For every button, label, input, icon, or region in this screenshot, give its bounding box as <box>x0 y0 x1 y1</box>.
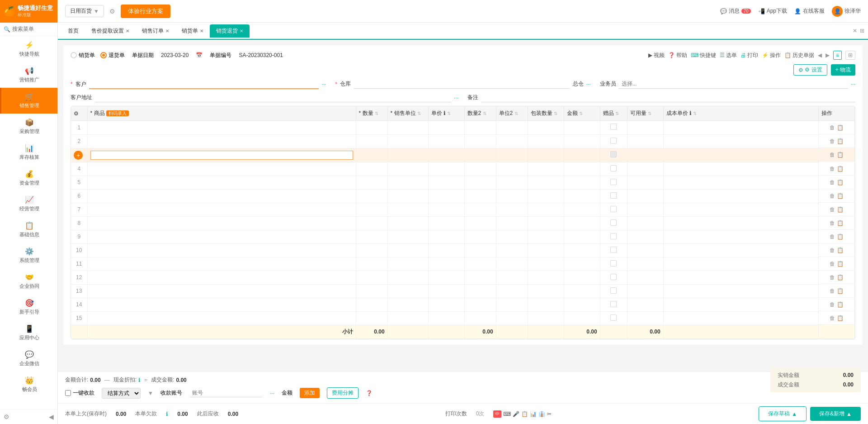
user-profile[interactable]: 👤 徐泽华 <box>832 6 861 17</box>
select-btn[interactable]: ☰ 选单 <box>720 52 737 59</box>
add-payment-btn[interactable]: 添加 <box>300 388 320 398</box>
scan-input-btn[interactable]: 扫码录入 <box>106 110 129 116</box>
amount-cell-active[interactable] <box>564 148 600 162</box>
topbar-gear-icon[interactable]: ⚙ <box>109 8 115 15</box>
delete-row-icon[interactable]: 🗑 <box>830 288 835 294</box>
sidebar-settings-btn[interactable]: ⚙ <box>4 413 9 420</box>
print-btn[interactable]: 🖨 打印 <box>741 52 758 59</box>
prev-record-btn[interactable]: ◀ <box>818 52 822 58</box>
gift-sort-icon[interactable]: ⇅ <box>615 111 619 116</box>
copy-row-icon[interactable]: 📋 <box>837 261 844 267</box>
delete-row-icon[interactable]: 🗑 <box>830 301 835 308</box>
next-record-btn[interactable]: ▶ <box>826 52 830 58</box>
online-service-btn[interactable]: 👤 在线客服 <box>794 7 825 15</box>
warehouse-input[interactable] <box>354 79 570 89</box>
unit-price-cell-active[interactable] <box>428 148 464 162</box>
tab-sales-order[interactable]: 销售订单 ✕ <box>136 24 175 38</box>
radio-sale-bill[interactable]: 销货单 <box>71 52 95 59</box>
delete-row-icon[interactable]: 🗑 <box>830 152 835 158</box>
copy-row-icon[interactable]: 📋 <box>837 301 844 308</box>
goods-cell[interactable] <box>87 134 356 148</box>
unit-price-sort-icon[interactable]: ⇅ <box>447 111 451 116</box>
remark-input[interactable] <box>481 93 855 102</box>
sale-unit-cell[interactable] <box>387 134 428 148</box>
add-row-btn[interactable]: + <box>74 151 83 160</box>
warehouse-select-icon[interactable]: ··· <box>586 81 591 87</box>
tab-home[interactable]: 首页 <box>61 24 85 38</box>
sidebar-search[interactable]: 🔍 搜索菜单 <box>0 23 57 36</box>
sale-unit-cell-active[interactable] <box>387 148 428 162</box>
available-sort-icon[interactable]: ⇅ <box>648 111 651 116</box>
sidebar-item-marketing[interactable]: 📢 营销推广 <box>0 62 57 88</box>
logistics-btn[interactable]: + 物流 <box>831 64 855 76</box>
pkg-qty-cell[interactable] <box>528 121 564 135</box>
settings-btn[interactable]: ⚙ ⚙ 设置 <box>793 64 827 76</box>
copy-row-icon[interactable]: 📋 <box>837 193 844 199</box>
tab-close-icon[interactable]: ✕ <box>200 29 203 33</box>
one-click-pay-checkbox[interactable]: 一键收款 <box>65 389 94 397</box>
save-draft-btn[interactable]: 保存草稿 ▲ <box>759 406 807 421</box>
tabs-maximize-btn[interactable]: ⊞ <box>860 28 864 34</box>
gift-cell[interactable] <box>600 134 627 148</box>
message-btn[interactable]: 💬 消息 70 <box>720 7 751 15</box>
amount-cell[interactable] <box>564 134 600 148</box>
available-cell[interactable] <box>627 134 663 148</box>
gift-checkbox[interactable] <box>610 124 617 130</box>
cost-unit-cell-active[interactable] <box>663 148 818 162</box>
save-new-btn[interactable]: 保存&新增 ▲ <box>810 407 861 421</box>
sidebar-item-enterprise[interactable]: 🤝 企业协同 <box>0 268 57 294</box>
qty2-cell[interactable] <box>464 134 496 148</box>
copy-row-icon[interactable]: 📋 <box>837 220 844 226</box>
copy-row-icon[interactable]: 📋 <box>837 233 844 240</box>
tab-close-icon[interactable]: ✕ <box>165 29 169 33</box>
sidebar-item-basic[interactable]: 📋 基础信息 <box>0 217 57 243</box>
copy-row-icon[interactable]: 📋 <box>837 247 844 253</box>
pkg-qty-cell-active[interactable] <box>528 148 564 162</box>
sidebar-item-wechat[interactable]: 💬 企业微信 <box>0 346 57 372</box>
unit2-cell[interactable] <box>496 134 528 148</box>
tab-close-icon[interactable]: ✕ <box>126 29 129 33</box>
unit-price-cell[interactable] <box>428 121 464 135</box>
goods-cell[interactable] <box>87 121 356 135</box>
delete-row-icon[interactable]: 🗑 <box>830 193 835 199</box>
unit-price-cell[interactable] <box>428 134 464 148</box>
customer-input[interactable] <box>89 79 319 89</box>
delete-row-icon[interactable]: 🗑 <box>830 315 835 321</box>
delete-row-icon[interactable]: 🗑 <box>830 179 835 186</box>
qty-cell[interactable] <box>356 121 387 135</box>
delete-row-icon[interactable]: 🗑 <box>830 124 835 131</box>
calendar-icon[interactable]: 📅 <box>196 52 203 58</box>
salesperson-select-icon[interactable]: ··· <box>851 81 855 87</box>
cost-unit-cell[interactable] <box>663 121 818 135</box>
amount-cell[interactable] <box>564 121 600 135</box>
info-icon[interactable]: ℹ <box>138 377 141 383</box>
unit2-cell[interactable] <box>496 121 528 135</box>
delete-row-icon[interactable]: 🗑 <box>830 261 835 267</box>
gift-checkbox[interactable] <box>610 138 617 144</box>
sidebar-item-system[interactable]: ⚙️ 系统管理 <box>0 243 57 268</box>
qty2-sort-icon[interactable]: ⇅ <box>483 111 486 116</box>
grid-view-btn[interactable]: ≡ <box>833 51 842 60</box>
tab-sales-bill[interactable]: 销货单 ✕ <box>175 24 210 38</box>
settlement-method-select[interactable]: 结算方式 <box>102 388 141 399</box>
available-cell[interactable] <box>627 121 663 135</box>
copy-row-icon[interactable]: 📋 <box>837 166 844 172</box>
tab-sales-return[interactable]: 销货退货 ✕ <box>210 24 250 38</box>
help-btn[interactable]: ❓ 帮助 <box>668 52 687 59</box>
industry-selector[interactable]: 日用百货 ▼ <box>65 5 104 17</box>
operate-btn[interactable]: ⚡ 操作 <box>762 52 781 59</box>
single-owe-icon[interactable]: ℹ <box>166 411 168 417</box>
list-view-btn[interactable]: ⊞ <box>845 51 855 60</box>
shortcut-btn[interactable]: ⌨ 快捷键 <box>691 52 716 59</box>
copy-row-icon[interactable]: 📋 <box>837 124 844 131</box>
pkg-sort-icon[interactable]: ⇅ <box>554 111 557 116</box>
expense-info-icon[interactable]: ❓ <box>366 390 373 396</box>
available-cell-active[interactable] <box>627 148 663 162</box>
sidebar-item-member[interactable]: 👑 畅会员 <box>0 372 57 397</box>
sidebar-collapse-btn[interactable]: ◀ <box>49 413 54 420</box>
delete-row-icon[interactable]: 🗑 <box>830 247 835 253</box>
experience-btn[interactable]: 体验行业方案 <box>121 5 170 18</box>
sale-unit-cell[interactable] <box>387 121 428 135</box>
delete-row-icon[interactable]: 🗑 <box>830 138 835 144</box>
unit2-cell-active[interactable] <box>496 148 528 162</box>
